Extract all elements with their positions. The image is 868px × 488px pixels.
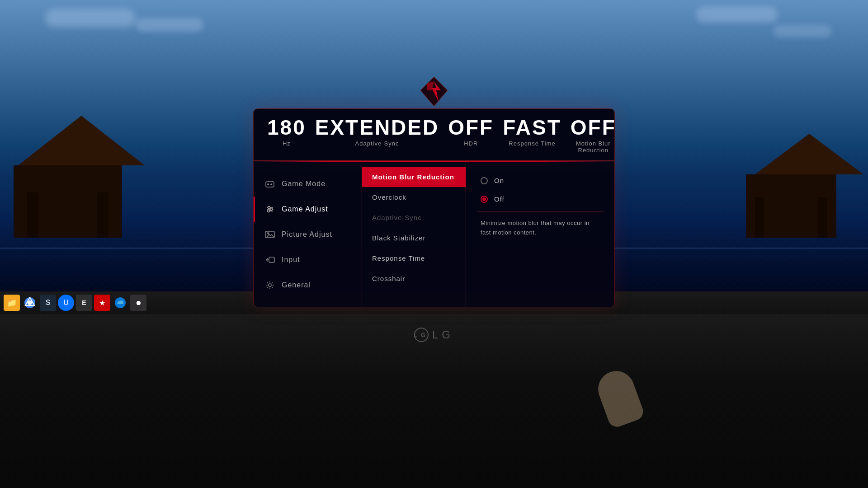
taskbar-icon-chrome[interactable] xyxy=(22,295,38,311)
adaptive-sync-value: EXTENDED xyxy=(315,117,439,138)
motion-blur-label: Motion Blur Reduction xyxy=(571,140,615,154)
adaptive-sync-label: Adaptive-Sync xyxy=(315,140,439,147)
submenu-label-motion-blur: Motion Blur Reduction xyxy=(372,173,454,181)
nav-label-game-mode: Game Mode xyxy=(282,180,326,188)
input-icon xyxy=(264,254,275,265)
nav-label-picture-adjust: Picture Adjust xyxy=(282,230,332,239)
motion-blur-value: OFF xyxy=(571,117,615,138)
submenu-item-response-time[interactable]: Response Time xyxy=(362,248,466,268)
radio-off[interactable] xyxy=(481,196,488,203)
option-row-on[interactable]: On xyxy=(477,171,604,190)
svg-point-11 xyxy=(270,208,273,211)
submenu-label-black-stabilizer: Black Stabilizer xyxy=(372,234,426,242)
taskbar-icon-ubisoft[interactable]: U xyxy=(58,295,74,311)
nav-label-game-adjust: Game Adjust xyxy=(282,205,328,213)
value-panel: On Off Minimize motion blur that may occ… xyxy=(466,162,614,307)
option-row-off[interactable]: Off xyxy=(477,190,604,208)
stat-motion-blur: OFF Motion Blur Reduction xyxy=(571,117,615,154)
lg-circle: LG xyxy=(414,328,429,342)
osd-menu: 180 Hz EXTENDED Adaptive-Sync OFF HDR FA… xyxy=(253,75,615,307)
taskbar-icon-file-explorer[interactable]: 📁 xyxy=(4,295,20,311)
response-time-value: FAST xyxy=(503,117,561,138)
lg-ultragear-logo xyxy=(416,75,452,108)
stat-response-time: FAST Response Time xyxy=(503,117,561,154)
svg-rect-3 xyxy=(266,182,274,187)
nav-label-general: General xyxy=(282,281,311,289)
option-label-off: Off xyxy=(494,195,505,203)
nav-item-input[interactable]: Input xyxy=(254,247,362,272)
osd-header: 180 Hz EXTENDED Adaptive-Sync OFF HDR FA… xyxy=(254,109,614,161)
submenu-label-overclock: Overclock xyxy=(372,193,406,201)
option-label-on: On xyxy=(494,177,504,184)
hand-decorative xyxy=(574,371,665,461)
nav-item-game-adjust[interactable]: Game Adjust xyxy=(254,197,362,222)
game-adjust-icon xyxy=(264,204,275,215)
svg-point-14 xyxy=(267,232,269,234)
response-time-label: Response Time xyxy=(503,140,561,147)
submenu-label-adaptive-sync: Adaptive-Sync xyxy=(372,214,422,221)
nav-item-game-mode[interactable]: Game Mode xyxy=(254,171,362,197)
svg-point-16 xyxy=(269,284,271,286)
taskbar-icon-epic[interactable]: E xyxy=(76,295,92,311)
lg-text: LG xyxy=(432,328,454,341)
taskbar-icon-rockstar[interactable]: ★ xyxy=(94,295,110,311)
taskbar-icon-obs[interactable]: ⏺ xyxy=(130,295,146,311)
refresh-rate-label: Hz xyxy=(267,140,306,147)
submenu-item-overclock[interactable]: Overclock xyxy=(362,187,466,207)
svg-point-18 xyxy=(28,300,32,305)
svg-point-12 xyxy=(268,210,270,212)
hdr-label: HDR xyxy=(448,140,494,147)
submenu-panel: Motion Blur Reduction Overclock Adaptive… xyxy=(362,162,466,307)
taskbar-icon-steam[interactable]: S xyxy=(40,295,56,311)
stat-hdr: OFF HDR xyxy=(448,117,494,154)
lg-logo: LG LG xyxy=(414,328,454,342)
osd-outer-panel: 180 Hz EXTENDED Adaptive-Sync OFF HDR FA… xyxy=(253,108,615,307)
submenu-label-crosshair: Crosshair xyxy=(372,275,405,282)
submenu-item-black-stabilizer[interactable]: Black Stabilizer xyxy=(362,228,466,248)
svg-rect-15 xyxy=(269,257,274,263)
nav-label-input: Input xyxy=(282,256,300,264)
svg-point-4 xyxy=(267,183,269,185)
submenu-item-crosshair[interactable]: Crosshair xyxy=(362,268,466,289)
general-icon xyxy=(264,280,275,291)
game-mode-icon xyxy=(264,178,275,189)
option-description: Minimize motion blur that may occur in f… xyxy=(477,214,604,242)
radio-on[interactable] xyxy=(481,177,488,184)
refresh-rate-value: 180 xyxy=(267,117,306,138)
brand-logo-area xyxy=(253,75,615,108)
nav-item-general[interactable]: General xyxy=(254,272,362,298)
stat-refresh-rate: 180 Hz xyxy=(267,117,306,154)
nav-item-picture-adjust[interactable]: Picture Adjust xyxy=(254,222,362,247)
submenu-item-adaptive-sync: Adaptive-Sync xyxy=(362,207,466,228)
option-divider xyxy=(477,211,604,211)
submenu-item-motion-blur[interactable]: Motion Blur Reduction xyxy=(362,167,466,187)
taskbar-icon-edge[interactable] xyxy=(112,295,128,311)
stat-adaptive-sync: EXTENDED Adaptive-Sync xyxy=(315,117,439,154)
nav-panel: Game Mode Game Adjust xyxy=(254,162,362,307)
monitor-bezel: LG LG xyxy=(0,314,868,488)
osd-body: Game Mode Game Adjust xyxy=(254,162,614,307)
submenu-label-response-time: Response Time xyxy=(372,254,425,262)
picture-adjust-icon xyxy=(264,229,275,240)
svg-point-10 xyxy=(268,206,270,209)
hdr-value: OFF xyxy=(448,117,494,138)
